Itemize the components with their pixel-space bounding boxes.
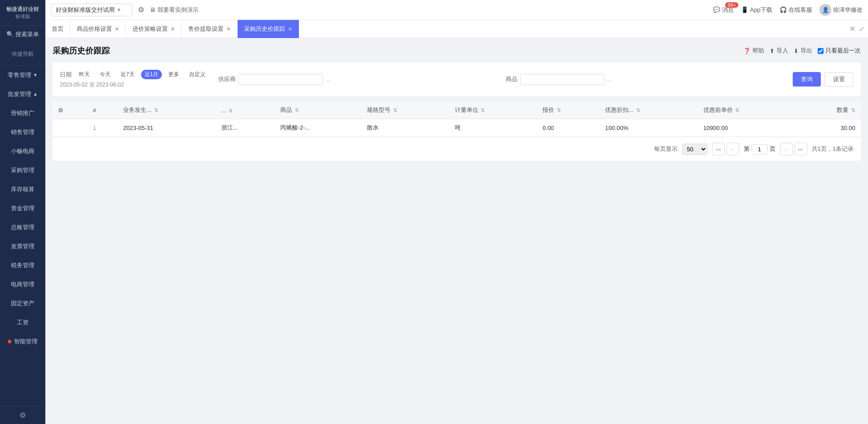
- sidebar-item-fixed-assets-label: 固定资产: [11, 300, 34, 307]
- col-date[interactable]: 业务发生... ⇅: [117, 101, 216, 119]
- product-more-btn[interactable]: ...: [607, 76, 612, 83]
- topbar-gear-icon[interactable]: ⚙: [138, 5, 144, 14]
- sort-product-icon[interactable]: ⇅: [295, 107, 299, 113]
- sidebar-quick-nav[interactable]: 快捷导航: [0, 43, 45, 66]
- sort-price-icon[interactable]: ⇅: [557, 107, 561, 113]
- only-last-checkbox[interactable]: [818, 48, 824, 54]
- col-more[interactable]: ... ⇅: [216, 101, 275, 119]
- tab-home[interactable]: 首页: [45, 20, 70, 38]
- chevron-up-icon: ▲: [33, 92, 38, 96]
- help-btn[interactable]: ❓ 帮助: [743, 47, 764, 55]
- export-btn[interactable]: ⬇ 导出: [794, 47, 812, 55]
- col-pre-discount-price[interactable]: 优惠前单价 ⇅: [698, 101, 798, 119]
- col-price[interactable]: 报价 ⇅: [537, 101, 600, 119]
- tab-purchase-strategy-close-icon[interactable]: ✕: [171, 26, 175, 32]
- sidebar-item-wholesale[interactable]: 批发管理 ▲: [0, 85, 45, 104]
- sidebar-item-ecommerce-small[interactable]: 小畅电商: [0, 142, 45, 161]
- date-btn-7days[interactable]: 近7天: [117, 70, 138, 79]
- topbar-app-download-btn[interactable]: 📱 App下载: [741, 6, 772, 14]
- sidebar-search[interactable]: 🔍 搜索菜单: [0, 26, 45, 43]
- sort-pre-discount-icon[interactable]: ⇅: [735, 107, 739, 113]
- tab-purchase-strategy[interactable]: 进价策略设置 ✕: [126, 20, 182, 38]
- tab-purchase-strategy-label: 进价策略设置: [132, 25, 168, 33]
- sidebar-logo: 畅捷通好业财 标准版: [0, 0, 45, 26]
- col-product[interactable]: 商品 ⇅: [275, 101, 362, 119]
- filter-actions: 查询 设置: [793, 72, 853, 87]
- sort-discount-icon[interactable]: ⇅: [636, 107, 640, 113]
- topbar-version-selector[interactable]: 好业财标准版交付试用 ▾: [51, 4, 132, 16]
- sidebar-item-ledger[interactable]: 总账管理: [0, 218, 45, 237]
- filter-settings-button[interactable]: 设置: [824, 72, 853, 87]
- sidebar-item-purchase-label: 采购管理: [11, 167, 34, 173]
- only-last-check[interactable]: 只看最后一次: [818, 47, 861, 55]
- filter-row: 日期 昨天 今天 近7天 近1月 更多 自定义 2023-05-02 至 202…: [60, 70, 853, 89]
- tab-close-all-icon[interactable]: ✕: [849, 24, 855, 33]
- topbar-user-btn[interactable]: 👤 徐泽华修改: [819, 4, 863, 16]
- tab-expand-icon[interactable]: ⤢: [859, 25, 864, 33]
- product-input[interactable]: [520, 74, 605, 85]
- supplier-more-btn[interactable]: ...: [326, 76, 331, 83]
- sidebar-item-ecommerce[interactable]: 电商管理: [0, 275, 45, 294]
- per-page-select[interactable]: 10 20 50 100: [682, 144, 707, 155]
- sidebar-item-salary[interactable]: 工资: [0, 313, 45, 332]
- sidebar-item-inventory[interactable]: 库存核算: [0, 180, 45, 199]
- pagination-first-btn[interactable]: ⏮: [712, 143, 725, 155]
- sidebar-item-sales[interactable]: 销售管理: [0, 123, 45, 142]
- col-unit[interactable]: 计量单位 ⇅: [449, 101, 537, 119]
- sidebar-item-retail[interactable]: 零售管理 ▼: [0, 66, 45, 85]
- tab-price-close-icon[interactable]: ✕: [115, 26, 119, 32]
- sidebar-item-finance[interactable]: 资金管理: [0, 199, 45, 218]
- cell-product: 丙烯酸-2-...: [275, 119, 362, 137]
- sidebar-item-marketing[interactable]: 营销推广: [0, 104, 45, 123]
- cell-quantity: 30.00: [798, 119, 861, 137]
- topbar-message-btn[interactable]: 💬 消息 99+: [713, 6, 734, 14]
- tab-home-label: 首页: [52, 25, 63, 33]
- import-btn[interactable]: ⬆ 导入: [770, 47, 788, 55]
- col-gear[interactable]: ⚙: [53, 101, 88, 119]
- date-btn-today[interactable]: 今天: [96, 70, 114, 79]
- date-btn-more[interactable]: 更多: [165, 70, 183, 79]
- topbar-online-service-btn[interactable]: 🎧 在线客服: [780, 6, 812, 14]
- topbar-version-text: 好业财标准版交付试用: [56, 6, 115, 14]
- tab-price[interactable]: 商品价格设置 ✕: [70, 20, 126, 38]
- sort-spec-icon[interactable]: ⇅: [393, 107, 397, 113]
- col-spec[interactable]: 规格型号 ⇅: [361, 101, 449, 119]
- tab-purchase-history-close-icon[interactable]: ✕: [288, 26, 293, 32]
- sidebar-item-ledger-label: 总账管理: [11, 224, 34, 231]
- sidebar-item-tax[interactable]: 税务管理: [0, 256, 45, 275]
- sidebar-item-invoice[interactable]: 发票管理: [0, 237, 45, 256]
- cell-supplier: 浙江...: [216, 119, 275, 137]
- sidebar-item-finance-label: 资金管理: [11, 205, 34, 212]
- headset-icon: 🎧: [780, 6, 787, 13]
- cell-pre-discount-price: 10900.00: [698, 119, 798, 137]
- col-quantity[interactable]: 数量 ⇅: [798, 101, 861, 119]
- tab-purchase-history-label: 采购历史价跟踪: [244, 25, 285, 33]
- page-input[interactable]: [751, 144, 768, 154]
- sidebar-item-smart[interactable]: 智能管理: [0, 332, 45, 351]
- settings-icon[interactable]: ⚙: [20, 411, 26, 419]
- date-btn-custom[interactable]: 自定义: [185, 70, 209, 79]
- sidebar-item-purchase[interactable]: 采购管理: [0, 161, 45, 180]
- data-table: ⚙ # 业务发生... ⇅ ... ⇅ 商品 ⇅ 规格型号 ⇅ 计量单位 ⇅ 报…: [53, 101, 861, 137]
- topbar-app-label: App下载: [750, 6, 772, 14]
- supplier-input[interactable]: [239, 74, 323, 85]
- tab-sale-price-close-icon[interactable]: ✕: [226, 26, 231, 32]
- sort-more-icon[interactable]: ⇅: [229, 108, 233, 113]
- tab-sale-price[interactable]: 售价提取设置 ✕: [182, 20, 238, 38]
- sidebar-item-fixed-assets[interactable]: 固定资产: [0, 294, 45, 313]
- sort-unit-icon[interactable]: ⇅: [481, 107, 485, 113]
- pagination-prev-btn[interactable]: ‹: [727, 143, 739, 155]
- pagination-next-btn[interactable]: ›: [780, 143, 793, 155]
- query-button[interactable]: 查询: [793, 72, 821, 87]
- pagination-last-btn[interactable]: ⏭: [795, 143, 807, 155]
- tab-purchase-history[interactable]: 采购历史价跟踪 ✕: [238, 20, 299, 38]
- date-btn-yesterday[interactable]: 昨天: [75, 70, 93, 79]
- date-btn-1month[interactable]: 近1月: [141, 70, 162, 79]
- sort-date-icon[interactable]: ⇅: [154, 107, 158, 113]
- quick-nav-item[interactable]: 快捷导航: [0, 47, 45, 62]
- data-table-wrap: ⚙ # 业务发生... ⇅ ... ⇅ 商品 ⇅ 规格型号 ⇅ 计量单位 ⇅ 报…: [53, 101, 861, 161]
- sort-quantity-icon[interactable]: ⇅: [851, 107, 855, 113]
- topbar-demo-btn[interactable]: 🖥 我要看实例演示: [150, 6, 199, 14]
- col-discount[interactable]: 优惠折扣... ⇅: [600, 101, 698, 119]
- date-filter-label: 日期: [60, 71, 72, 79]
